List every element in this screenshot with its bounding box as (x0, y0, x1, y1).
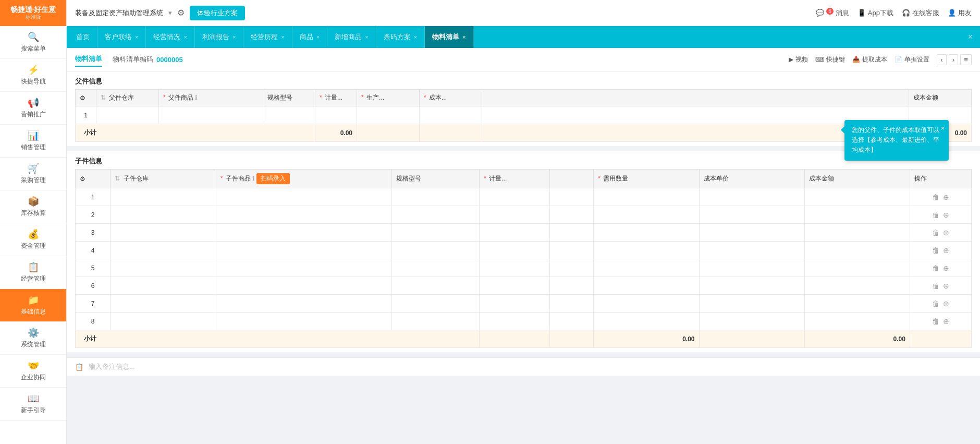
user-item[interactable]: 👤 用友 (948, 8, 972, 18)
child-row-qty[interactable] (594, 313, 699, 330)
tab-bom-close[interactable]: × (462, 34, 466, 40)
child-row-goods[interactable] (216, 313, 391, 330)
child-row-unit-price[interactable] (699, 188, 804, 206)
parent-row-spec[interactable] (263, 106, 315, 124)
copy-icon[interactable]: ⊕ (943, 264, 949, 272)
sidebar-item-guide[interactable]: 📖 新手引导 (0, 388, 66, 421)
child-row-warehouse[interactable] (111, 295, 216, 313)
child-row-qty[interactable] (594, 242, 699, 259)
tab-goods-close[interactable]: × (316, 34, 320, 40)
next-page-button[interactable]: › (949, 54, 958, 65)
video-action[interactable]: ▶ 视频 (789, 55, 808, 64)
message-item[interactable]: 💬 6 消息 (816, 8, 849, 18)
child-row-qty[interactable] (594, 224, 699, 242)
sidebar-item-quick-nav[interactable]: ⚡ 快捷导航 (0, 59, 66, 92)
child-row-qty[interactable] (594, 295, 699, 313)
tab-barcode[interactable]: 条码方案 × (376, 26, 425, 48)
child-row-goods[interactable] (216, 277, 391, 295)
child-row-amount[interactable] (804, 206, 910, 224)
single-settings-action[interactable]: 📄 单据设置 (895, 55, 929, 64)
child-row-warehouse[interactable] (111, 313, 216, 330)
child-row-amount[interactable] (804, 295, 910, 313)
sidebar-item-operations[interactable]: 📋 经营管理 (0, 256, 66, 289)
child-row-warehouse[interactable] (111, 188, 216, 206)
parent-row-prod[interactable] (357, 106, 420, 124)
child-row-amount[interactable] (804, 242, 910, 259)
tab-history[interactable]: 经营历程 × (243, 26, 292, 48)
child-row-warehouse[interactable] (111, 277, 216, 295)
child-row-unit-price[interactable] (699, 259, 804, 277)
sidebar-item-inventory[interactable]: 📦 库存核算 (0, 190, 66, 223)
tab-customers-close[interactable]: × (135, 34, 138, 40)
tab-bom[interactable]: 物料清单 × (425, 26, 473, 48)
child-row-spec[interactable] (391, 188, 480, 206)
tab-new-goods[interactable]: 新增商品 × (327, 26, 376, 48)
child-row-spec[interactable] (391, 277, 480, 295)
copy-icon[interactable]: ⊕ (943, 229, 949, 237)
child-row-amount[interactable] (804, 277, 910, 295)
child-row-unit[interactable] (480, 188, 550, 206)
close-all-tabs[interactable]: × (963, 32, 978, 42)
child-row-unit[interactable] (480, 313, 550, 330)
tooltip-close-button[interactable]: × (940, 123, 945, 134)
sidebar-item-finance[interactable]: 💰 资金管理 (0, 223, 66, 256)
copy-icon[interactable]: ⊕ (943, 299, 949, 308)
parent-row-goods[interactable] (159, 106, 263, 124)
tab-profit-close[interactable]: × (232, 34, 236, 40)
parent-row-cost[interactable] (420, 106, 482, 124)
tab-home[interactable]: 首页 (69, 26, 97, 48)
sidebar-item-sales[interactable]: 📊 销售管理 (0, 125, 66, 158)
child-row-goods[interactable] (216, 188, 391, 206)
tab-goods[interactable]: 商品 × (292, 26, 327, 48)
child-row-unit-price[interactable] (699, 224, 804, 242)
trial-button[interactable]: 体验行业方案 (190, 6, 245, 20)
child-row-warehouse[interactable] (111, 224, 216, 242)
tab-operations-status[interactable]: 经营情况 × (146, 26, 194, 48)
copy-icon[interactable]: ⊕ (943, 211, 949, 219)
child-row-qty[interactable] (594, 188, 699, 206)
sidebar-item-system[interactable]: ⚙️ 系统管理 (0, 322, 66, 355)
app-download-item[interactable]: 📱 App下载 (858, 8, 893, 18)
parent-th-settings[interactable]: ⚙ (76, 90, 96, 106)
tab-operations-close[interactable]: × (183, 34, 187, 40)
child-row-amount[interactable] (804, 188, 910, 206)
delete-icon[interactable]: 🗑 (932, 246, 939, 255)
child-row-unit[interactable] (480, 224, 550, 242)
dropdown-icon[interactable]: ▾ (168, 9, 172, 17)
child-row-spec[interactable] (391, 259, 480, 277)
child-row-unit-price[interactable] (699, 206, 804, 224)
child-row-goods[interactable] (216, 295, 391, 313)
child-row-qty[interactable] (594, 277, 699, 295)
child-row-unit-price[interactable] (699, 313, 804, 330)
tab-customers[interactable]: 客户联络 × (97, 26, 146, 48)
child-row-unit[interactable] (480, 242, 550, 259)
copy-icon[interactable]: ⊕ (943, 317, 949, 326)
parent-row-unit[interactable] (315, 106, 357, 124)
child-row-unit[interactable] (480, 277, 550, 295)
child-row-unit[interactable] (480, 206, 550, 224)
child-row-amount[interactable] (804, 259, 910, 277)
delete-icon[interactable]: 🗑 (932, 229, 939, 237)
child-row-unit-price[interactable] (699, 277, 804, 295)
copy-icon[interactable]: ⊕ (943, 282, 949, 290)
delete-icon[interactable]: 🗑 (932, 299, 939, 308)
child-th-settings[interactable]: ⚙ (76, 170, 111, 188)
note-placeholder[interactable]: 输入备注信息... (89, 362, 135, 371)
tab-profit[interactable]: 利润报告 × (195, 26, 243, 48)
child-row-unit-price[interactable] (699, 295, 804, 313)
sidebar-item-basic-info[interactable]: 📁 基础信息 (0, 289, 66, 322)
copy-icon[interactable]: ⊕ (943, 246, 949, 255)
child-row-spec[interactable] (391, 295, 480, 313)
tab-history-close[interactable]: × (281, 34, 284, 40)
expand-button[interactable]: ≡ (960, 54, 972, 65)
child-row-qty[interactable] (594, 206, 699, 224)
extract-cost-action[interactable]: 📥 提取成本 (852, 55, 887, 64)
child-row-amount[interactable] (804, 313, 910, 330)
delete-icon[interactable]: 🗑 (932, 264, 939, 272)
delete-icon[interactable]: 🗑 (932, 211, 939, 219)
settings-button[interactable]: ⚙ (177, 8, 185, 18)
delete-icon[interactable]: 🗑 (932, 317, 939, 326)
child-row-goods[interactable] (216, 242, 391, 259)
child-row-spec[interactable] (391, 224, 480, 242)
online-service-item[interactable]: 🎧 在线客服 (902, 8, 939, 18)
